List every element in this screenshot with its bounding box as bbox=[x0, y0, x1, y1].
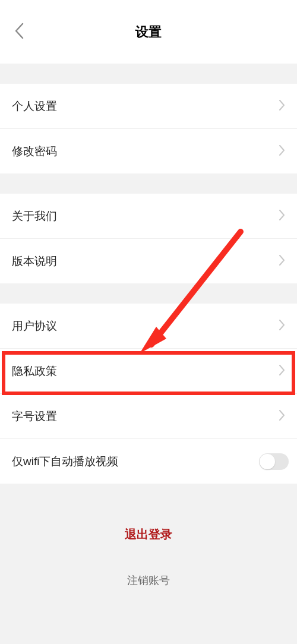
row-wifi-autoplay: 仅wifi下自动播放视频 bbox=[0, 439, 297, 484]
row-font-size-settings[interactable]: 字号设置 bbox=[0, 394, 297, 438]
row-label: 修改密码 bbox=[12, 144, 57, 159]
row-user-agreement[interactable]: 用户协议 bbox=[0, 304, 297, 348]
chevron-right-icon bbox=[279, 410, 285, 423]
row-about-us[interactable]: 关于我们 bbox=[0, 194, 297, 238]
chevron-right-icon bbox=[279, 145, 285, 158]
chevron-right-icon bbox=[279, 100, 285, 113]
row-version-info[interactable]: 版本说明 bbox=[0, 239, 297, 283]
page-title: 设置 bbox=[12, 23, 285, 41]
logout-label: 退出登录 bbox=[125, 526, 172, 542]
logout-button[interactable]: 退出登录 bbox=[0, 511, 297, 557]
row-label: 版本说明 bbox=[12, 254, 57, 269]
row-label: 仅wifi下自动播放视频 bbox=[12, 454, 118, 469]
section-gap bbox=[0, 283, 297, 304]
row-label: 字号设置 bbox=[12, 409, 57, 424]
section-gap bbox=[0, 484, 297, 511]
back-icon[interactable] bbox=[14, 23, 24, 42]
header-bar: 设置 bbox=[0, 0, 297, 64]
chevron-right-icon bbox=[279, 255, 285, 268]
chevron-right-icon bbox=[279, 365, 285, 378]
row-label: 个人设置 bbox=[12, 99, 57, 114]
row-label: 隐私政策 bbox=[12, 364, 57, 379]
delete-account-button[interactable]: 注销账号 bbox=[0, 557, 297, 604]
row-label: 用户协议 bbox=[12, 318, 57, 334]
chevron-right-icon bbox=[279, 320, 285, 333]
section-gap bbox=[0, 64, 297, 84]
section-gap bbox=[0, 173, 297, 194]
bottom-section: 退出登录 注销账号 bbox=[0, 484, 297, 604]
delete-account-label: 注销账号 bbox=[127, 573, 170, 588]
toggle-switch-off[interactable] bbox=[259, 453, 289, 470]
row-change-password[interactable]: 修改密码 bbox=[0, 129, 297, 173]
row-personal-settings[interactable]: 个人设置 bbox=[0, 84, 297, 128]
chevron-right-icon bbox=[279, 210, 285, 223]
row-label: 关于我们 bbox=[12, 209, 57, 224]
row-privacy-policy[interactable]: 隐私政策 bbox=[0, 349, 297, 393]
